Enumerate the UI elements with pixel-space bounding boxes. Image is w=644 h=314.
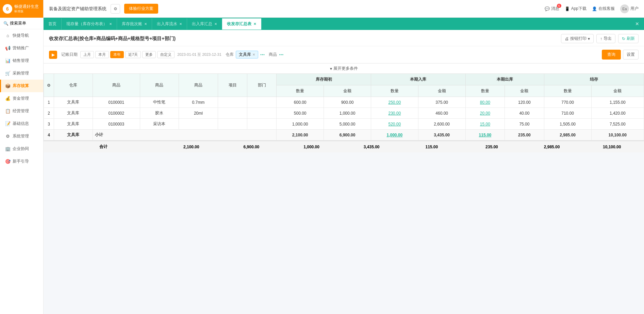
sidebar-item-basic-info[interactable]: 📝基础信息 — [0, 117, 43, 130]
total-bal-qty: 2,985.00 — [522, 145, 582, 149]
table-settings-header[interactable]: ⚙ — [44, 74, 54, 97]
sub-open-qty: 2,100.00 — [277, 130, 324, 141]
row-in-qty[interactable]: 230.00 — [371, 108, 418, 119]
warehouse-tag[interactable]: 文具库 ✕ — [236, 51, 258, 59]
header-right: 💬 消息 6 📱 App下载 👤 在线客服 Ea 用户 — [545, 4, 639, 13]
nav-icon-quick-nav: ⌂ — [5, 33, 11, 38]
tab-inout-summary[interactable]: 出入库汇总✕ — [187, 18, 222, 30]
sub-out-amt: 235.00 — [505, 130, 544, 141]
print-label: 按钮打印 — [570, 36, 587, 42]
total-in-amt: 3,435.00 — [342, 145, 402, 149]
sidebar-item-system[interactable]: ⚙系统管理 — [0, 130, 43, 143]
tab-inout-flow[interactable]: 出入库流水✕ — [152, 18, 187, 30]
print-button[interactable]: 🖨 按钮打印 ▾ — [561, 34, 594, 43]
sidebar-item-marketing[interactable]: 📢营销推广 — [0, 42, 43, 54]
sidebar-item-inventory[interactable]: 📦库存核算 — [0, 80, 43, 92]
filter-toggle-button[interactable]: ▶ — [49, 51, 57, 59]
tab-home[interactable]: 首页 — [44, 18, 62, 30]
query-button[interactable]: 查询 — [602, 50, 621, 60]
date-btn-自定义[interactable]: 自定义 — [157, 51, 175, 58]
tab-bar-close-icon[interactable]: ✕ — [630, 18, 644, 29]
date-btn-更多[interactable]: 更多 — [142, 51, 156, 58]
tab-close-receive-send[interactable]: ✕ — [253, 22, 256, 26]
row-out-qty[interactable]: 15.00 — [465, 119, 505, 130]
row-open-amt: 5,000.00 — [324, 119, 371, 130]
opening-amt-header: 金额 — [324, 85, 371, 97]
row-out-qty[interactable]: 80.00 — [465, 97, 505, 108]
warehouse-col-header: 仓库 — [54, 74, 93, 97]
user-label: 用户 — [630, 6, 639, 12]
out-amt-header: 金额 — [505, 85, 544, 97]
online-service-label: 在线客服 — [598, 6, 615, 12]
row-bal-amt: 1,155.00 — [591, 97, 644, 108]
warehouse-more-icon[interactable]: ··· — [260, 52, 265, 58]
sidebar-item-operations[interactable]: 📋经营管理 — [0, 105, 43, 117]
nav-icon-guide: 🎯 — [5, 159, 11, 164]
warehouse-filter: 仓库 文具库 ✕ ··· — [226, 51, 265, 59]
tab-label-inout-flow: 出入库流水 — [157, 21, 177, 27]
sidebar-logo: 6 畅捷通好生意 标准版 — [0, 0, 43, 18]
row-bal-amt: 1,420.00 — [591, 108, 644, 119]
row-in-amt: 2,600.00 — [418, 119, 465, 130]
table-row: 3 文具库 0100003 采访本 1,000.00 5,000.00 520.… — [44, 119, 644, 130]
app-download-label: App下载 — [571, 6, 587, 12]
sidebar-item-quick-nav[interactable]: ⌂快捷导航 — [0, 29, 43, 42]
page-title: 收发存汇总表(按仓库+商品编码+商品+规格型号+项目+部门) — [49, 36, 176, 42]
online-service-action[interactable]: 👤 在线客服 — [592, 6, 615, 12]
row-in-qty[interactable]: 250.00 — [371, 97, 418, 108]
row-warehouse: 文具库 — [54, 108, 93, 119]
tab-close-stock-dist[interactable]: ✕ — [109, 22, 112, 26]
date-btn-近7天[interactable]: 近7天 — [125, 51, 141, 58]
expand-more-label: 展开更多条件 — [333, 66, 358, 71]
goods-name-col-header: 商品 — [140, 74, 179, 97]
goods-more-icon[interactable]: ··· — [279, 52, 283, 58]
tab-stock-dist[interactable]: 现存量（库存分布表）✕ — [62, 18, 117, 30]
tab-close-inout-summary[interactable]: ✕ — [214, 22, 217, 26]
warehouse-tag-close-icon[interactable]: ✕ — [252, 53, 255, 56]
total-out-qty: 115.00 — [402, 145, 462, 149]
row-open-qty: 600.00 — [277, 97, 324, 108]
tab-batch[interactable]: 库存批次账✕ — [117, 18, 152, 30]
row-code: 0100001 — [93, 97, 140, 108]
row-open-qty: 1,000.00 — [277, 119, 324, 130]
sub-out-qty: 115.00 — [465, 130, 505, 141]
nav-icon-operations: 📋 — [5, 109, 11, 114]
message-icon: 💬 — [545, 6, 550, 11]
tab-label-receive-send: 收发存汇总表 — [227, 21, 251, 27]
tab-receive-send[interactable]: 收发存汇总表✕ — [222, 18, 261, 30]
app-download-action[interactable]: 📱 App下载 — [565, 6, 587, 12]
sub-open-amt: 6,900.00 — [324, 130, 371, 141]
messages-action[interactable]: 💬 消息 6 — [545, 6, 559, 12]
row-out-qty[interactable]: 20.00 — [465, 108, 505, 119]
user-action[interactable]: Ea 用户 — [620, 4, 639, 13]
export-button[interactable]: ↑ 导出 — [596, 34, 615, 43]
total-label: 合计 — [46, 144, 161, 150]
tab-label-batch: 库存批次账 — [122, 21, 142, 27]
sub-label: 小计 — [93, 130, 276, 141]
nav-icon-system: ⚙ — [5, 134, 11, 139]
search-menu[interactable]: 🔍 搜索菜单 — [0, 18, 43, 29]
logo-icon: 6 — [3, 4, 12, 14]
expand-more-button[interactable]: ▾ 展开更多条件 — [44, 63, 644, 73]
table-row: 2 文具库 0100002 胶水 20ml 500.00 1,000.00 23… — [44, 108, 644, 119]
nav-label-inventory: 库存核算 — [13, 83, 29, 89]
date-btn-本月[interactable]: 本月 — [95, 51, 109, 58]
nav-label-basic-info: 基础信息 — [13, 121, 29, 127]
tab-close-batch[interactable]: ✕ — [144, 22, 147, 26]
settings-small-button[interactable]: 设置 — [623, 50, 639, 60]
main-area: 装备及固定资产辅助管理系统 ⚙ 体验行业方案 💬 消息 6 📱 App下载 👤 … — [44, 0, 644, 314]
sidebar-item-finance[interactable]: 💰资金管理 — [0, 92, 43, 105]
date-btn-上月[interactable]: 上月 — [80, 51, 94, 58]
date-btn-本年[interactable]: 本年 — [110, 51, 124, 58]
row-bal-qty: 1,505.00 — [544, 119, 591, 130]
sidebar-item-enterprise[interactable]: 🏢企业协同 — [0, 143, 43, 155]
sidebar-item-guide[interactable]: 🎯新手引导 — [0, 155, 43, 168]
sidebar-item-purchase[interactable]: 🛒采购管理 — [0, 67, 43, 80]
sidebar-item-sales[interactable]: 📊销售管理 — [0, 54, 43, 67]
in-amt-header: 金额 — [418, 85, 465, 97]
tab-close-inout-flow[interactable]: ✕ — [179, 22, 182, 26]
row-in-qty[interactable]: 520.00 — [371, 119, 418, 130]
header-settings-icon[interactable]: ⚙ — [111, 4, 120, 14]
refresh-button[interactable]: ↻ 刷新 — [618, 34, 639, 43]
trial-button[interactable]: 体验行业方案 — [124, 4, 158, 14]
